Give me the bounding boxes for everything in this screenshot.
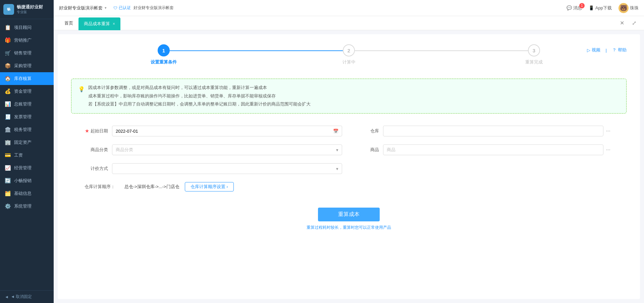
user-profile[interactable]: 🐻 珠珠 bbox=[619, 3, 639, 13]
step-1-circle: 1 bbox=[158, 44, 170, 56]
sidebar-item-inventory[interactable]: 🏠 库存核算 bbox=[0, 72, 54, 85]
sidebar-item-operation[interactable]: 📈 经营管理 bbox=[0, 162, 54, 174]
tabbar-right: ✕ ⤢ bbox=[617, 18, 639, 28]
sidebar-item-finance[interactable]: 💰 资金管理 bbox=[0, 85, 54, 98]
recalc-hint: 重算过程耗时较长，重算时您可以正常使用产品 bbox=[71, 225, 627, 230]
warehouse-input[interactable] bbox=[383, 126, 603, 136]
category-select[interactable]: 商品分类 ▾ bbox=[112, 144, 342, 155]
tab-home[interactable]: 首页 bbox=[59, 16, 78, 30]
assets-icon: 🏢 bbox=[5, 139, 11, 145]
info-text: 因成本计算参数调整，或是对商品成本有疑问时，可以通过成本重算功能，重新计算一遍成… bbox=[88, 84, 311, 109]
start-date-value: 2022-07-01 bbox=[116, 129, 333, 134]
step-2-circle: 2 bbox=[343, 44, 355, 56]
project-icon: 📋 bbox=[5, 25, 11, 31]
form-section: ★ 起始日期 2022-07-01 📅 仓库 ··· bbox=[71, 126, 627, 191]
goods-placeholder: 商品 bbox=[387, 147, 600, 153]
category-field: 商品分类 商品分类 ▾ bbox=[85, 144, 342, 155]
video-help-button[interactable]: ▷ 视频 bbox=[587, 47, 600, 53]
expense-icon: 🔄 bbox=[5, 178, 11, 184]
sidebar-item-expense[interactable]: 🔄 小畅报销 bbox=[0, 174, 54, 187]
sidebar-item-invoice[interactable]: 🧾 发票管理 bbox=[0, 111, 54, 123]
phone-icon: 📱 bbox=[589, 5, 594, 10]
goods-field: 商品 商品 ··· bbox=[356, 144, 613, 155]
sidebar-item-project[interactable]: 📋 项目顾问 bbox=[0, 21, 54, 34]
pricing-select[interactable]: ▾ bbox=[112, 163, 342, 174]
sidebar-item-basic[interactable]: 🗂️ 基础信息 bbox=[0, 187, 54, 200]
verified-badge: 🛡 已认证 好业财专业版演示帐套 bbox=[113, 5, 174, 11]
tax-icon: 🏛️ bbox=[5, 127, 11, 133]
tab-cost-recalc[interactable]: 商品成本重算 × bbox=[78, 17, 120, 30]
app-logo: 畅 bbox=[3, 4, 14, 15]
tab-close-icon[interactable]: × bbox=[113, 21, 115, 26]
verified-icon: 🛡 bbox=[113, 6, 117, 10]
maximize-window-button[interactable]: ⤢ bbox=[629, 18, 639, 28]
sidebar: 畅 畅捷通好业财 专业版 📋 项目顾问 🎁 营销推广 🛒 销售管理 📦 采购管理… bbox=[0, 0, 54, 303]
warehouse-order-row: 仓库计算顺序： 总仓->深圳仓库->...->门店仓 仓库计算顺序设置 › bbox=[85, 182, 613, 191]
sidebar-pin-toggle[interactable]: ◄ ◄ 取消固定 bbox=[0, 290, 54, 303]
sidebar-item-purchase[interactable]: 📦 采购管理 bbox=[0, 59, 54, 72]
invoice-icon: 🧾 bbox=[5, 114, 11, 120]
app-subtitle: 专业版 bbox=[17, 10, 43, 14]
sidebar-item-tax[interactable]: 🏛️ 税务管理 bbox=[0, 123, 54, 136]
goods-more-button[interactable]: ··· bbox=[603, 147, 613, 153]
sidebar-item-sales[interactable]: 🛒 销售管理 bbox=[0, 47, 54, 59]
message-icon: 💬 bbox=[567, 5, 572, 10]
sidebar-item-marketing[interactable]: 🎁 营销推广 bbox=[0, 34, 54, 47]
sidebar-item-salary[interactable]: 💳 工资 bbox=[0, 149, 54, 162]
required-star: ★ bbox=[85, 128, 89, 133]
sales-icon: 🛒 bbox=[5, 50, 11, 56]
verified-account: 好业财专业版演示帐套 bbox=[133, 5, 174, 11]
avatar: 🐻 bbox=[619, 3, 629, 13]
account-selector[interactable]: 好业财专业版演示帐套 ▾ bbox=[59, 5, 107, 11]
account-chevron-icon: ▾ bbox=[105, 6, 107, 10]
marketing-icon: 🎁 bbox=[5, 37, 11, 43]
step-3-label: 重算完成 bbox=[525, 59, 543, 65]
start-date-input[interactable]: 2022-07-01 📅 bbox=[112, 126, 342, 136]
step-2: 2 计算中 bbox=[256, 44, 441, 65]
pricing-chevron-icon: ▾ bbox=[336, 166, 338, 171]
sidebar-menu: 📋 项目顾问 🎁 营销推广 🛒 销售管理 📦 采购管理 🏠 库存核算 💰 资金管… bbox=[0, 19, 54, 290]
start-date-field: ★ 起始日期 2022-07-01 📅 bbox=[85, 126, 342, 136]
operation-icon: 📈 bbox=[5, 165, 11, 171]
close-window-button[interactable]: ✕ bbox=[617, 18, 627, 28]
warehouse-order-value: 总仓->深圳仓库->...->门店仓 bbox=[124, 184, 179, 190]
step-1-label: 设置重算条件 bbox=[151, 59, 177, 65]
step-1: 1 设置重算条件 bbox=[71, 44, 256, 65]
pricing-field: 计价方式 ▾ bbox=[85, 163, 342, 174]
warehouse-order-settings-button[interactable]: 仓库计算顺序设置 › bbox=[185, 182, 234, 191]
message-button[interactable]: 💬 消息 1 bbox=[567, 5, 582, 11]
steps-help: ▷ 视频 | ？ 帮助 bbox=[587, 47, 627, 53]
main-area: 好业财专业版演示帐套 ▾ 🛡 已认证 好业财专业版演示帐套 💬 消息 1 📱 A… bbox=[54, 0, 644, 303]
salary-icon: 💳 bbox=[5, 152, 11, 158]
category-placeholder: 商品分类 bbox=[116, 147, 336, 153]
calendar-icon[interactable]: 📅 bbox=[333, 129, 338, 134]
warehouse-more-button[interactable]: ··· bbox=[603, 128, 613, 134]
form-row-1: ★ 起始日期 2022-07-01 📅 仓库 ··· bbox=[85, 126, 613, 136]
topbar-right: 💬 消息 1 📱 App下载 🐻 珠珠 bbox=[567, 3, 639, 13]
video-icon: ▷ bbox=[587, 48, 590, 53]
inventory-icon: 🏠 bbox=[5, 76, 11, 82]
accounting-icon: 📊 bbox=[5, 101, 11, 107]
topbar: 好业财专业版演示帐套 ▾ 🛡 已认证 好业财专业版演示帐套 💬 消息 1 📱 A… bbox=[54, 0, 644, 16]
topbar-left: 好业财专业版演示帐套 ▾ 🛡 已认证 好业财专业版演示帐套 bbox=[59, 5, 567, 11]
form-row-2: 商品分类 商品分类 ▾ 商品 商品 ··· bbox=[85, 144, 613, 155]
category-label: 商品分类 bbox=[85, 147, 108, 153]
help-button[interactable]: ？ 帮助 bbox=[612, 47, 627, 53]
help-icon: ？ bbox=[612, 47, 616, 53]
goods-input[interactable]: 商品 bbox=[383, 144, 603, 155]
step-3-circle: 3 bbox=[528, 44, 540, 56]
step-2-line bbox=[355, 50, 528, 51]
warehouse-order-label: 仓库计算顺序： bbox=[85, 184, 115, 190]
sidebar-item-assets[interactable]: 🏢 固定资产 bbox=[0, 136, 54, 149]
pricing-label: 计价方式 bbox=[85, 166, 108, 172]
step-2-label: 计算中 bbox=[342, 59, 356, 65]
purchase-icon: 📦 bbox=[5, 63, 11, 69]
recalc-section: 重算成本 重算过程耗时较长，重算时您可以正常使用产品 bbox=[71, 201, 627, 234]
app-download-button[interactable]: 📱 App下载 bbox=[589, 5, 612, 11]
steps-container: 1 设置重算条件 2 计算中 3 重算完成 ▷ 视频 | ？ bbox=[71, 44, 627, 65]
sidebar-item-system[interactable]: ⚙️ 系统管理 bbox=[0, 200, 54, 213]
start-date-label: ★ 起始日期 bbox=[85, 128, 108, 134]
sidebar-item-accounting[interactable]: 📊 总账管理 bbox=[0, 98, 54, 111]
step-1-line bbox=[170, 50, 343, 51]
recalc-button[interactable]: 重算成本 bbox=[318, 208, 380, 221]
